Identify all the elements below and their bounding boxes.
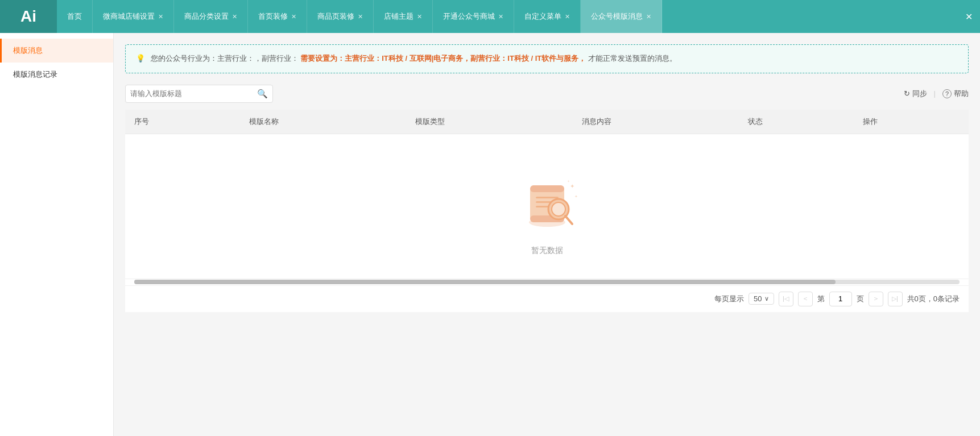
nav-tab-close[interactable]: ✕ [646, 13, 651, 20]
nav-tab-close[interactable]: ✕ [498, 13, 503, 20]
nav-tab-label: 开通公众号商城 [443, 11, 495, 22]
sync-label: 同步 [912, 89, 927, 99]
last-page-button[interactable]: ▷| [888, 292, 903, 306]
data-table: 序号模版名称模版类型消息内容状态操作 [125, 110, 969, 279]
svg-rect-4 [536, 197, 559, 198]
table-col-action: 操作 [854, 110, 969, 134]
app-logo: Ai [0, 0, 57, 33]
sidebar-item-template-msg[interactable]: 模版消息 [0, 39, 113, 63]
nav-tab-label: 微商城店铺设置 [103, 11, 155, 22]
nav-tab-custom-menu[interactable]: 自定义菜单✕ [514, 0, 581, 33]
svg-text:✦: ✦ [570, 183, 574, 189]
svg-line-9 [565, 216, 572, 224]
nav-tab-home[interactable]: 首页 [57, 0, 93, 33]
nav-tab-shop-settings[interactable]: 微商城店铺设置✕ [93, 0, 174, 33]
nav-tab-label: 首页装修 [258, 11, 288, 22]
nav-tabs: 首页微商城店铺设置✕商品分类设置✕首页装修✕商品页装修✕店铺主题✕开通公众号商城… [57, 0, 957, 33]
table-col-name: 模版名称 [240, 110, 406, 134]
empty-state: ✦ ✦ ✦ 暂无数据 [125, 134, 969, 279]
next-page-icon: ＞ [873, 294, 879, 304]
last-page-icon: ▷| [892, 295, 898, 302]
table-body: ✦ ✦ ✦ 暂无数据 [125, 134, 969, 279]
first-page-button[interactable]: |◁ [779, 292, 793, 306]
nav-tab-close[interactable]: ✕ [358, 13, 363, 20]
nav-tab-label: 商品分类设置 [184, 11, 229, 22]
nav-tab-product-decoration[interactable]: 商品页装修✕ [307, 0, 374, 33]
help-icon: ? [942, 89, 952, 98]
nav-tab-home-decoration[interactable]: 首页装修✕ [248, 0, 307, 33]
scrollbar-area[interactable] [125, 279, 969, 285]
sync-icon: ↻ [904, 89, 910, 98]
total-info: 共0页，0条记录 [907, 294, 960, 304]
sidebar-item-template-record[interactable]: 模版消息记录 [0, 63, 113, 86]
help-button[interactable]: ? 帮助 [942, 89, 969, 99]
next-page-button[interactable]: ＞ [869, 292, 883, 306]
empty-text: 暂无数据 [125, 246, 969, 256]
scrollbar-thumb[interactable] [134, 280, 836, 284]
page-label: 第 [817, 294, 825, 304]
top-nav: Ai 首页微商城店铺设置✕商品分类设置✕首页装修✕商品页装修✕店铺主题✕开通公众… [0, 0, 980, 33]
search-input-wrap: 🔍 [125, 85, 273, 103]
table-col-content: 消息内容 [573, 110, 739, 134]
nav-tab-close[interactable]: ✕ [232, 13, 237, 20]
table-head: 序号模版名称模版类型消息内容状态操作 [125, 110, 969, 134]
nav-tab-label: 店铺主题 [384, 11, 413, 22]
notice-icon: 💡 [136, 54, 145, 63]
prev-page-icon: ＜ [802, 294, 809, 304]
page-size-value: 50 [754, 294, 762, 303]
search-button[interactable]: 🔍 [257, 89, 268, 99]
nav-tab-product-category[interactable]: 商品分类设置✕ [174, 0, 248, 33]
notice-box: 💡 您的公众号行业为：主营行业：，副营行业： 需要设置为：主营行业：IT科技 /… [125, 44, 969, 73]
sidebar: 模版消息模版消息记录 [0, 33, 114, 436]
nav-tab-label: 商品页装修 [317, 11, 354, 22]
help-label: 帮助 [954, 89, 969, 99]
page-unit: 页 [857, 294, 864, 304]
table-col-type: 模版类型 [406, 110, 572, 134]
nav-tab-store-theme[interactable]: 店铺主题✕ [374, 0, 433, 33]
page-size-label: 每页显示 [714, 294, 744, 304]
notice-highlight: 需要设置为：主营行业：IT科技 / 互联网|电子商务，副营行业：IT科技 / I… [300, 54, 586, 63]
page-number-input[interactable] [829, 292, 852, 306]
main-content: 💡 您的公众号行业为：主营行业：，副营行业： 需要设置为：主营行业：IT科技 /… [114, 33, 980, 436]
nav-tab-close[interactable]: ✕ [291, 13, 296, 20]
nav-tab-label: 公众号模版消息 [591, 11, 643, 22]
toolbar-right: ↻ 同步 | ? 帮助 [904, 89, 969, 99]
scrollbar-track[interactable] [134, 280, 960, 284]
notice-text-after: 才能正常发送预置的消息。 [588, 54, 677, 63]
svg-text:✦: ✦ [567, 180, 570, 183]
table-col-seq: 序号 [125, 110, 240, 134]
svg-point-8 [552, 202, 565, 216]
empty-row: ✦ ✦ ✦ 暂无数据 [125, 134, 969, 279]
svg-text:✦: ✦ [574, 194, 578, 198]
sync-button[interactable]: ↻ 同步 [904, 89, 927, 99]
nav-tab-label: 自定义菜单 [524, 11, 561, 22]
nav-tab-label: 首页 [67, 11, 82, 22]
pagination: 每页显示 50 ∨ |◁ ＜ 第 页 ＞ ▷| 共0页，0条记录 [125, 285, 969, 312]
empty-illustration: ✦ ✦ ✦ [513, 168, 581, 236]
notice-text-before: 您的公众号行业为：主营行业：，副营行业： [151, 54, 299, 63]
layout: 模版消息模版消息记录 💡 您的公众号行业为：主营行业：，副营行业： 需要设置为：… [0, 33, 980, 436]
divider: | [934, 89, 936, 98]
svg-rect-2 [530, 185, 564, 192]
nav-tab-close[interactable]: ✕ [158, 13, 163, 20]
first-page-icon: |◁ [783, 295, 789, 302]
nav-tab-open-mall[interactable]: 开通公众号商城✕ [433, 0, 514, 33]
search-bar: 🔍 ↻ 同步 | ? 帮助 [125, 85, 969, 103]
close-all-button[interactable]: ✕ [957, 0, 980, 33]
nav-tab-close[interactable]: ✕ [565, 13, 570, 20]
nav-tab-close[interactable]: ✕ [417, 13, 422, 20]
page-size-chevron: ∨ [764, 295, 769, 302]
page-size-select[interactable]: 50 ∨ [749, 293, 774, 305]
search-input[interactable] [130, 89, 257, 98]
table-col-status: 状态 [739, 110, 854, 134]
nav-tab-template-msg[interactable]: 公众号模版消息✕ [581, 0, 662, 33]
prev-page-button[interactable]: ＜ [798, 292, 813, 306]
